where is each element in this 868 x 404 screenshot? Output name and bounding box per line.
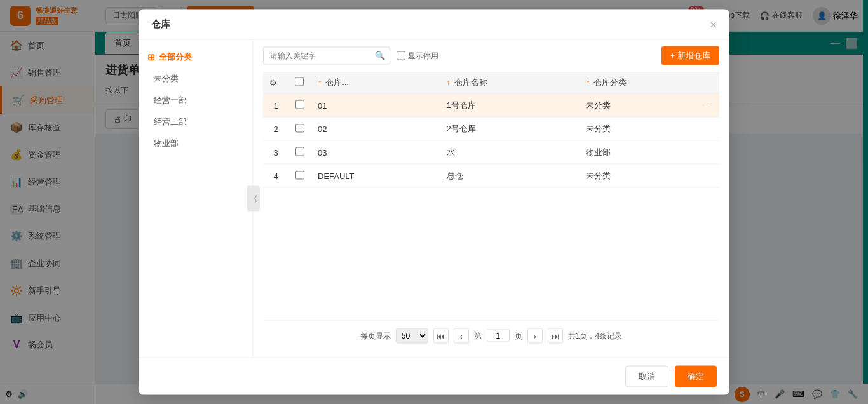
row-name: 1号仓库 xyxy=(440,93,580,117)
all-category-header[interactable]: ⊞ 全部分类 xyxy=(139,46,252,68)
table-body: 1 01 1号仓库 未分类··· 2 02 2号仓库 未分类 3 03 水 物业… xyxy=(263,93,719,187)
modal-body: ⊞ 全部分类 未分类 经营一部 经营二部 物业部 《 🔍 xyxy=(139,40,729,358)
th-warehouse-code: ↑ 仓库... xyxy=(311,72,440,94)
table-row[interactable]: 1 01 1号仓库 未分类··· xyxy=(263,93,719,117)
confirm-button[interactable]: 确定 xyxy=(675,366,717,387)
modal-title: 仓库 xyxy=(151,18,170,30)
last-page-button[interactable]: ⏭ xyxy=(548,328,563,344)
row-checkbox-cell xyxy=(288,93,311,117)
table-head: ⚙ ↑ 仓库... ↑ 仓库名称 xyxy=(263,72,719,94)
current-page-input[interactable] xyxy=(487,330,510,342)
search-icon[interactable]: 🔍 xyxy=(375,51,385,60)
row-name: 总仓 xyxy=(440,164,580,187)
select-all-checkbox[interactable] xyxy=(295,77,304,86)
modal-footer: 取消 确定 xyxy=(139,358,729,395)
sort-name-icon: ↑ xyxy=(447,77,451,87)
row-checkbox[interactable] xyxy=(295,123,304,132)
row-checkbox[interactable] xyxy=(295,100,304,109)
table-toolbar: 🔍 显示停用 + 新增仓库 xyxy=(263,46,719,65)
row-checkbox[interactable] xyxy=(295,170,304,179)
row-category: 未分类··· xyxy=(580,93,719,117)
row-code: 03 xyxy=(311,140,440,164)
th-warehouse-category: ↑ 仓库分类 xyxy=(580,72,719,94)
table-row[interactable]: 2 02 2号仓库 未分类 xyxy=(263,117,719,140)
row-num: 4 xyxy=(263,164,288,187)
show-disabled-checkbox[interactable] xyxy=(397,51,405,60)
pagination: 每页显示 50 100 200 ⏮ ‹ 第 页 › ⏭ 共1页，4条记录 xyxy=(263,320,719,351)
modal-header: 仓库 × xyxy=(139,10,729,40)
row-code: 01 xyxy=(311,93,440,117)
add-warehouse-button[interactable]: + 新增仓库 xyxy=(661,46,719,65)
warehouse-table-container: ⚙ ↑ 仓库... ↑ 仓库名称 xyxy=(263,72,719,315)
row-num: 2 xyxy=(263,117,288,140)
modal-close-button[interactable]: × xyxy=(710,18,717,30)
row-category: 未分类 xyxy=(580,117,719,140)
row-category: 未分类 xyxy=(580,164,719,187)
th-gear: ⚙ xyxy=(263,72,288,94)
warehouse-table: ⚙ ↑ 仓库... ↑ 仓库名称 xyxy=(263,72,719,188)
row-category: 物业部 xyxy=(580,140,719,164)
row-code: DEFAULT xyxy=(311,164,440,187)
prev-page-button[interactable]: ‹ xyxy=(454,328,469,344)
table-row[interactable]: 4 DEFAULT 总仓 未分类 xyxy=(263,164,719,187)
table-panel: 🔍 显示停用 + 新增仓库 ⚙ xyxy=(253,40,729,358)
warehouse-modal: 仓库 × ⊞ 全部分类 未分类 经营一部 经营二部 物业部 《 xyxy=(139,10,729,395)
category-item-ops1[interactable]: 经营一部 xyxy=(139,90,252,111)
row-code: 02 xyxy=(311,117,440,140)
show-disabled-label[interactable]: 显示停用 xyxy=(397,50,438,61)
category-collapse-button[interactable]: 《 xyxy=(247,186,260,212)
total-info: 共1页，4条记录 xyxy=(568,330,622,341)
category-item-ops2[interactable]: 经营二部 xyxy=(139,111,252,133)
row-name: 2号仓库 xyxy=(440,117,580,140)
page-size-select[interactable]: 50 100 200 xyxy=(396,328,428,344)
table-row[interactable]: 3 03 水 物业部 xyxy=(263,140,719,164)
row-num: 1 xyxy=(263,93,288,117)
row-name: 水 xyxy=(440,140,580,164)
search-input-wrap: 🔍 xyxy=(263,47,390,65)
next-page-button[interactable]: › xyxy=(527,328,543,344)
th-checkbox xyxy=(288,72,311,94)
row-checkbox-cell xyxy=(288,117,311,140)
gear-th-icon: ⚙ xyxy=(269,77,277,87)
sort-cat-icon: ↑ xyxy=(586,77,590,87)
row-num: 3 xyxy=(263,140,288,164)
row-checkbox[interactable] xyxy=(295,147,304,156)
category-panel: ⊞ 全部分类 未分类 经营一部 经营二部 物业部 《 xyxy=(139,40,253,358)
category-item-property[interactable]: 物业部 xyxy=(139,133,252,154)
sort-code-icon: ↑ xyxy=(318,77,322,87)
row-checkbox-cell xyxy=(288,164,311,187)
cancel-button[interactable]: 取消 xyxy=(625,366,668,387)
category-item-uncategorized[interactable]: 未分类 xyxy=(139,68,252,90)
row-checkbox-cell xyxy=(288,140,311,164)
th-warehouse-name: ↑ 仓库名称 xyxy=(440,72,580,94)
row-action-dots[interactable]: ··· xyxy=(702,100,713,109)
warehouse-search-input[interactable] xyxy=(263,47,390,65)
first-page-button[interactable]: ⏮ xyxy=(433,328,449,344)
grid-icon: ⊞ xyxy=(147,52,155,62)
